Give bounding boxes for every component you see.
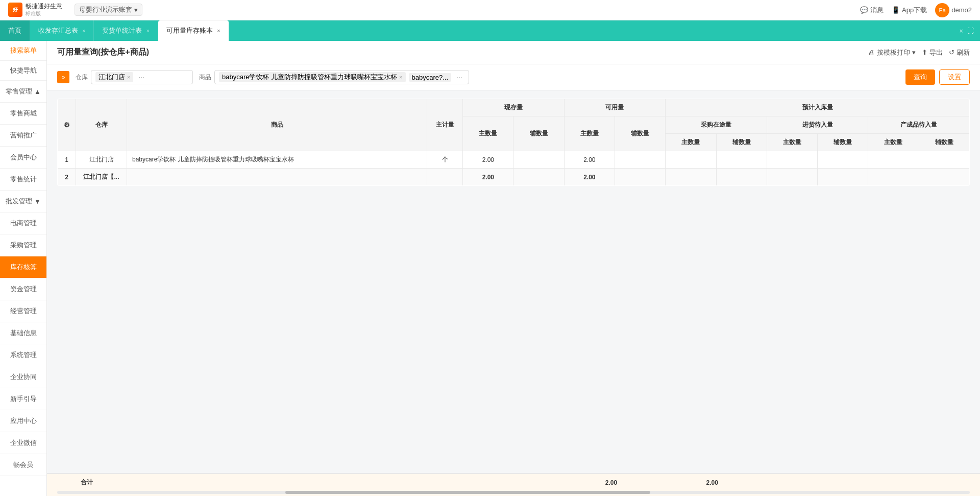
tab-receive-send-close[interactable]: × xyxy=(82,28,85,34)
warehouse-tag-close[interactable]: × xyxy=(127,74,130,80)
sidebar-item-enterprise-wechat[interactable]: 企业微信 xyxy=(0,432,46,454)
sidebar-quick-nav[interactable]: 快捷导航 xyxy=(0,61,46,81)
cell-no-2: 2 xyxy=(58,169,76,186)
footer-finished-aux-total xyxy=(938,474,970,491)
query-btn[interactable]: 查询 xyxy=(905,69,935,85)
template-print-btn[interactable]: 🖨 按模板打印 ▾ xyxy=(868,48,916,57)
scrollbar-area xyxy=(57,491,970,496)
product-tag1: babycare学饮杯 儿童防摔防撞吸管杯重力球吸嘴杯宝宝水杯 × xyxy=(219,72,406,82)
th-product: 商品 xyxy=(127,99,427,151)
cell-warehouse-1: 江北门店 xyxy=(76,151,127,169)
product-filter-input[interactable]: babycare学饮杯 儿童防摔防撞吸管杯重力球吸嘴杯宝宝水杯 × babyca… xyxy=(214,70,469,84)
sidebar-item-retail-stats[interactable]: 零售统计 xyxy=(0,169,46,191)
sidebar-item-operation[interactable]: 经营管理 xyxy=(0,300,46,322)
user-profile[interactable]: Ea demo2 xyxy=(935,3,972,17)
cell-unit-1: 个 xyxy=(427,151,463,169)
footer-table: 合计 2.00 2.00 xyxy=(57,474,970,491)
footer-empty3 xyxy=(541,474,577,491)
tab-available-stock[interactable]: 可用量库存账本 × xyxy=(158,20,229,41)
tab-home[interactable]: 首页 xyxy=(0,20,30,41)
horizontal-scrollbar-track xyxy=(57,491,970,494)
tab-available-stock-close[interactable]: × xyxy=(217,28,220,34)
warehouse-filter-input[interactable]: 江北门店 × ··· xyxy=(91,70,193,84)
top-bar-left: 好 畅捷通好生意 标准版 母婴行业演示账套 ▾ xyxy=(8,3,142,17)
sidebar-item-purchase[interactable]: 采购管理 xyxy=(0,234,46,256)
cell-purchase-aux-1 xyxy=(716,151,767,169)
cell-product-2 xyxy=(127,169,427,186)
cell-current-main-1: 2.00 xyxy=(463,151,513,169)
retail-mgmt-label: 零售管理 xyxy=(6,87,32,96)
sidebar-item-inventory[interactable]: 库存核算 xyxy=(0,256,46,278)
page-actions: 🖨 按模板打印 ▾ ⬆ 导出 ↺ 刷新 xyxy=(868,48,970,57)
industry-selector[interactable]: 母婴行业演示账套 ▾ xyxy=(75,4,142,16)
industry-label: 母婴行业演示账套 xyxy=(79,5,132,14)
th-finished-main: 主数量 xyxy=(868,134,919,151)
sidebar-item-retail-mall[interactable]: 零售商城 xyxy=(0,103,46,125)
sidebar-item-ecommerce[interactable]: 电商管理 xyxy=(0,212,46,234)
sidebar-item-marketing[interactable]: 营销推广 xyxy=(0,125,46,147)
sidebar-item-app-center[interactable]: 应用中心 xyxy=(0,410,46,432)
operation-label: 经营管理 xyxy=(10,307,37,315)
gear-icon: ⚙ xyxy=(64,121,70,129)
cell-finished-main-1 xyxy=(868,151,919,169)
cell-product-1: babycare学饮杯 儿童防摔防撞吸管杯重力球吸嘴杯宝宝水杯 xyxy=(127,151,427,169)
sidebar-item-member[interactable]: 畅会员 xyxy=(0,454,46,476)
expand-icon[interactable]: ⛶ xyxy=(967,27,974,35)
filter-bar: » 仓库 江北门店 × ··· 商品 babycare学饮杯 儿童防摔防撞吸管杯… xyxy=(47,64,980,90)
tab-receive-send[interactable]: 收发存汇总表 × xyxy=(30,20,94,41)
footer-current-aux-total xyxy=(646,474,677,491)
cell-purchase-aux-2 xyxy=(716,169,767,186)
more-icon[interactable]: ··· xyxy=(136,73,146,81)
sidebar-item-finance[interactable]: 资金管理 xyxy=(0,278,46,300)
product-filter-label: 商品 xyxy=(199,73,211,82)
refresh-btn[interactable]: ↺ 刷新 xyxy=(949,48,970,57)
cell-available-aux-2 xyxy=(615,169,665,186)
export-btn[interactable]: ⬆ 导出 xyxy=(922,48,943,57)
app-icon: 📱 xyxy=(892,6,900,14)
settings-btn[interactable]: 设置 xyxy=(939,69,970,85)
th-available-main: 主数量 xyxy=(564,116,615,151)
footer-finished-main-total xyxy=(906,474,938,491)
app-download-btn[interactable]: 📱 App下载 xyxy=(892,6,927,15)
horizontal-scrollbar-thumb[interactable] xyxy=(285,491,650,494)
footer-incoming-aux-total xyxy=(874,474,906,491)
nav-tabs-bar: 首页 收发存汇总表 × 要货单统计表 × 可用量库存账本 × × ⛶ xyxy=(0,20,980,41)
enterprise-label: 企业协同 xyxy=(10,373,37,381)
product-tag1-close[interactable]: × xyxy=(399,74,402,80)
sidebar-item-enterprise[interactable]: 企业协同 xyxy=(0,366,46,388)
product-filter-group: 商品 babycare学饮杯 儿童防摔防撞吸管杯重力球吸嘴杯宝宝水杯 × bab… xyxy=(199,70,469,84)
close-all-icon[interactable]: × xyxy=(959,27,963,35)
tab-order-stats-label: 要货单统计表 xyxy=(102,26,142,35)
tab-order-stats[interactable]: 要货单统计表 × xyxy=(94,20,158,41)
cell-no-1: 1 xyxy=(58,151,76,169)
sidebar-item-new-guide[interactable]: 新手引导 xyxy=(0,388,46,410)
cell-incoming-main-1 xyxy=(767,151,817,169)
page-title: 可用量查询(按仓库+商品) xyxy=(57,47,149,58)
filter-expand-btn[interactable]: » xyxy=(57,71,69,83)
message-btn[interactable]: 💬 消息 xyxy=(860,6,884,15)
cell-available-aux-1 xyxy=(615,151,665,169)
sidebar-item-wholesale-mgmt[interactable]: 批发管理 ▼ xyxy=(0,191,46,212)
sidebar-item-basic-info[interactable]: 基础信息 xyxy=(0,322,46,344)
footer-current-main-total: 2.00 xyxy=(577,474,646,491)
cell-finished-aux-1 xyxy=(919,151,969,169)
product-more-icon[interactable]: ··· xyxy=(454,73,464,81)
member-label: 畅会员 xyxy=(13,461,33,468)
th-settings-icon[interactable]: ⚙ xyxy=(58,99,76,151)
sidebar-item-retail-mgmt[interactable]: 零售管理 ▲ xyxy=(0,81,46,103)
app-download-label: App下载 xyxy=(902,6,927,15)
sidebar-item-member-center[interactable]: 会员中心 xyxy=(0,147,46,169)
export-icon: ⬆ xyxy=(922,49,927,56)
th-current-main: 主数量 xyxy=(463,116,513,151)
data-table: ⚙ 仓库 商品 主计量 现存量 可用量 预计入库量 主数量 辅数量 主数量 辅数… xyxy=(57,99,970,186)
top-bar-right: 💬 消息 📱 App下载 Ea demo2 xyxy=(860,3,972,17)
tab-order-stats-close[interactable]: × xyxy=(146,28,149,34)
tab-home-label: 首页 xyxy=(8,26,21,35)
th-purchase-transit: 采购在途量 xyxy=(666,116,767,134)
sidebar-search[interactable]: 搜索菜单 xyxy=(0,41,46,61)
logo-icon: 好 xyxy=(8,3,22,17)
logo-area: 好 畅捷通好生意 标准版 xyxy=(8,3,62,17)
member-center-label: 会员中心 xyxy=(10,153,37,161)
new-guide-label: 新手引导 xyxy=(10,395,37,403)
sidebar-item-system[interactable]: 系统管理 xyxy=(0,344,46,366)
